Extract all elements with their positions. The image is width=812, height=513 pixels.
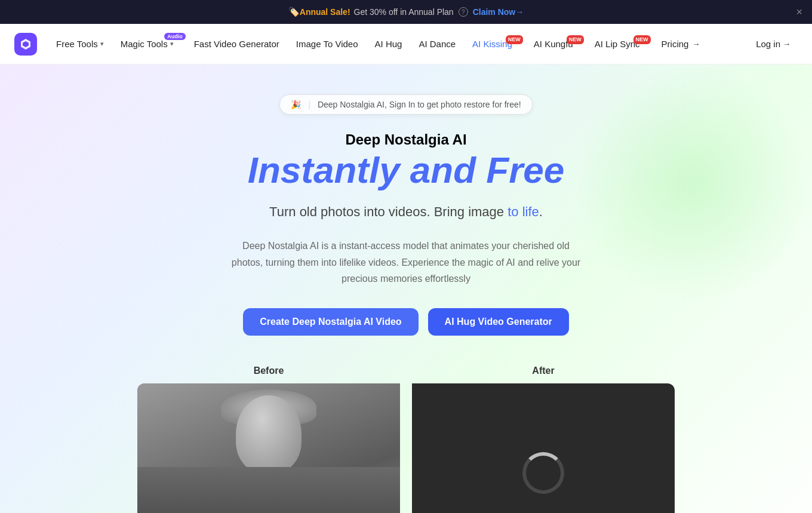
nav-item-ai-kungfu[interactable]: AI Kungfu NEW [527,34,585,54]
logo[interactable] [14,33,37,56]
create-video-button[interactable]: Create Deep Nostalgia AI Video [243,308,418,336]
hero-buttons: Create Deep Nostalgia AI Video AI Hug Vi… [243,308,569,336]
log-in-label: Log in [756,39,780,49]
photo-body [137,467,400,513]
magic-tools-label: Magic Tools [121,39,168,49]
magic-tools-audio-badge: Audio [164,33,186,40]
ai-kissing-new-badge: NEW [506,35,523,44]
before-label: Before [254,365,284,376]
nav-item-wrap-free-tools: Free Tools ▾ [49,34,111,54]
free-tools-chevron-icon: ▾ [100,40,104,48]
help-icon[interactable]: ? [459,7,468,17]
notice-text: Deep Nostalgia AI, Sign In to get photo … [318,100,521,109]
nav-item-wrap-ai-kissing: AI Kissing NEW [465,34,524,54]
hero-title: Deep Nostalgia AI Instantly and Free [248,131,565,192]
nav-items: Free Tools ▾ Magic Tools ▾ Audio Fast Vi… [49,34,749,54]
navbar: Free Tools ▾ Magic Tools ▾ Audio Fast Vi… [0,24,812,64]
subtitle-highlight: to life [508,204,539,219]
nav-item-ai-lip-sync[interactable]: AI Lip Sync NEW [588,34,652,54]
hero-section: 🎉 | Deep Nostalgia AI, Sign In to get ph… [0,64,812,513]
before-column: Before [131,365,406,513]
claim-now-link[interactable]: Claim Now→ [473,7,524,17]
after-image [412,383,675,513]
nav-item-pricing[interactable]: Pricing → [654,34,708,54]
ai-dance-label: AI Dance [419,39,456,49]
loading-spinner-wrap [412,383,675,513]
ai-kungfu-new-badge: NEW [567,35,584,44]
after-column: After [406,365,681,513]
tag-icon: 🏷️ [288,7,300,17]
hero-notice-banner[interactable]: 🎉 | Deep Nostalgia AI, Sign In to get ph… [279,94,533,115]
log-in-arrow-icon: → [783,39,791,48]
loading-spinner [522,452,564,494]
notice-pipe: | [308,100,310,109]
nav-item-wrap-ai-kungfu: AI Kungfu NEW [527,34,585,54]
log-in-button[interactable]: Log in → [749,34,798,54]
hero-description: Deep Nostalgia AI is a instant-access mo… [227,238,585,287]
nav-item-ai-hug[interactable]: AI Hug [368,34,410,54]
ai-lip-sync-new-badge: NEW [633,35,651,44]
magic-tools-chevron-icon: ▾ [170,40,174,48]
nav-item-wrap-ai-lip-sync: AI Lip Sync NEW [588,34,652,54]
fast-video-label: Fast Video Generator [194,39,279,49]
subtitle-part1: Turn old photos into videos. Bring image [269,204,504,219]
hero-title-line2: Instantly and Free [248,149,565,191]
before-after-section: Before After [131,365,681,513]
nav-item-ai-kissing[interactable]: AI Kissing NEW [465,34,524,54]
hero-title-line1: Deep Nostalgia AI [345,131,466,148]
free-tools-label: Free Tools [56,39,98,49]
nav-item-image-to-video[interactable]: Image To Video [289,34,365,54]
nav-item-ai-dance[interactable]: AI Dance [411,34,463,54]
nav-item-fast-video[interactable]: Fast Video Generator [187,34,287,54]
after-label: After [532,365,554,376]
get-off-text: Get 30% off in Annual Plan [354,7,454,17]
pricing-arrow-icon: → [692,39,700,48]
ai-hug-video-button[interactable]: AI Hug Video Generator [428,308,569,336]
close-button[interactable]: × [796,7,802,17]
ai-hug-label: AI Hug [375,39,402,49]
notice-emoji: 🎉 [291,100,301,109]
pricing-label: Pricing [662,39,689,49]
before-image [137,383,400,513]
nav-item-magic-tools[interactable]: Magic Tools ▾ Audio [113,34,184,54]
nav-item-wrap-magic-tools: Magic Tools ▾ Audio [113,34,184,54]
logo-icon [14,33,37,56]
photo-head [236,395,302,473]
nav-item-free-tools[interactable]: Free Tools ▾ [49,34,111,54]
photo-simulation [137,383,400,513]
announcement-bar: 🏷️ Annual Sale! Get 30% off in Annual Pl… [0,0,812,24]
annual-sale-label: Annual Sale! [300,7,350,17]
image-to-video-label: Image To Video [296,39,358,49]
subtitle-end: . [539,204,543,219]
hero-subtitle: Turn old photos into videos. Bring image… [269,204,543,220]
